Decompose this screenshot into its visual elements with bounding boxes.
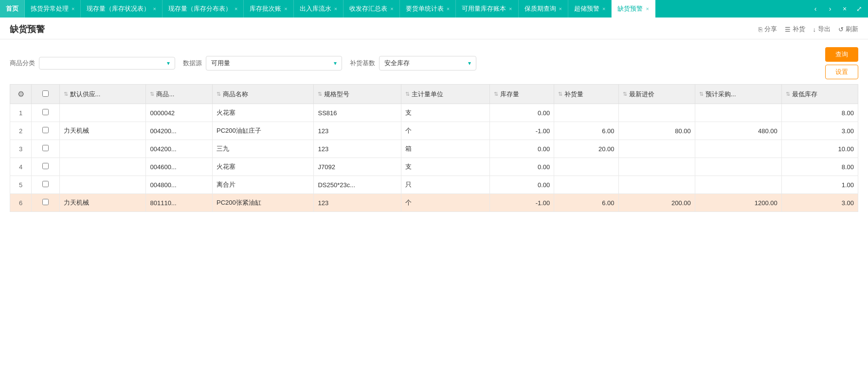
product-name-column-label: 商品名称 <box>223 90 248 99</box>
nav-tab-home-label: 首页 <box>6 4 18 13</box>
latest-price-sort-icon: ⇅ <box>623 91 627 97</box>
row-number-2: 2 <box>10 122 32 140</box>
select-all-checkbox[interactable] <box>42 90 49 97</box>
row-checkbox-3[interactable] <box>42 145 49 151</box>
nav-tab-inventory-dist-close[interactable]: × <box>235 6 237 12</box>
nav-tab-batch-account[interactable]: 库存批次账 × <box>244 0 293 18</box>
nav-tab-inout-flow[interactable]: 出入库流水 × <box>294 0 344 18</box>
nav-tab-order-stats-close[interactable]: × <box>447 6 450 12</box>
share-button[interactable]: ⎘ 分享 <box>759 25 777 34</box>
row-checkbox-cell-5[interactable] <box>32 176 60 194</box>
datasource-select[interactable]: 可用量 ▾ <box>206 56 342 70</box>
row-checkbox-5[interactable] <box>42 181 49 187</box>
table-row: 5 004800... 离合片 DS250*23c... 只 0.00 1.00 <box>10 176 858 194</box>
row-replenish-qty-1 <box>554 104 618 122</box>
nav-next-button[interactable]: › <box>823 2 837 16</box>
spec-column-label: 规格型号 <box>324 90 349 99</box>
row-spec-5: DS250*23c... <box>314 176 401 194</box>
settings-column-header[interactable]: ⚙ <box>10 85 32 104</box>
product-name-column-header[interactable]: ⇅ 商品名称 <box>213 85 314 104</box>
nav-tab-inventory-status[interactable]: 现存量（库存状况表） × <box>81 0 162 18</box>
table-row: 1 0000042 火花塞 SS816 支 0.00 8.00 <box>10 104 858 122</box>
nav-tab-abnormal-close[interactable]: × <box>72 6 74 12</box>
row-est-purchase-6: 1200.00 <box>695 194 781 212</box>
row-supplier-5 <box>59 176 146 194</box>
row-product-code-5: 004800... <box>146 176 213 194</box>
row-checkbox-2[interactable] <box>42 127 49 133</box>
row-spec-3: 123 <box>314 140 401 158</box>
row-min-inventory-2: 3.00 <box>781 122 858 140</box>
export-label: 导出 <box>818 25 831 34</box>
row-supplier-4 <box>59 158 146 176</box>
row-product-name-2: PC200油缸庄子 <box>213 122 314 140</box>
nav-tab-expiry-query-close[interactable]: × <box>559 6 562 12</box>
row-checkbox-1[interactable] <box>42 109 49 115</box>
row-spec-1: SS816 <box>314 104 401 122</box>
replenish-button[interactable]: ☰ 补货 <box>785 25 805 34</box>
row-checkbox-cell-6[interactable] <box>32 194 60 212</box>
replenish-qty-column-header[interactable]: ⇅ 补货量 <box>554 85 618 104</box>
spec-column-header[interactable]: ⇅ 规格型号 <box>314 85 401 104</box>
nav-tab-overstock[interactable]: 超储预警 × <box>568 0 612 18</box>
nav-tab-shortage[interactable]: 缺货预警 × <box>612 0 655 18</box>
nav-tab-inventory-status-close[interactable]: × <box>153 6 156 12</box>
row-checkbox-cell-1[interactable] <box>32 104 60 122</box>
gear-icon[interactable]: ⚙ <box>18 90 24 98</box>
nav-tab-receipt-summary-label: 收发存汇总表 <box>349 4 387 13</box>
nav-tab-inout-flow-close[interactable]: × <box>334 6 337 12</box>
nav-tab-receipt-summary[interactable]: 收发存汇总表 × <box>344 0 399 18</box>
datasource-label: 数据源 <box>183 59 202 68</box>
nav-tab-inventory-dist-label: 现存量（库存分布表） <box>168 4 232 13</box>
inventory-column-header[interactable]: ⇅ 库存量 <box>490 85 554 104</box>
replenish-base-select-value: 安全库存 <box>384 59 410 68</box>
min-inventory-column-header[interactable]: ⇅ 最低库存 <box>781 85 858 104</box>
export-button[interactable]: ↓ 导出 <box>813 25 831 34</box>
category-select[interactable]: ▾ <box>39 57 175 70</box>
nav-tab-available-ledger-close[interactable]: × <box>509 6 512 12</box>
nav-tab-overstock-close[interactable]: × <box>602 6 605 12</box>
nav-tab-order-stats[interactable]: 要货单统计表 × <box>400 0 456 18</box>
row-product-name-5: 离合片 <box>213 176 314 194</box>
nav-tab-expiry-query-label: 保质期查询 <box>524 4 556 13</box>
row-checkbox-cell-4[interactable] <box>32 158 60 176</box>
row-product-name-3: 三九 <box>213 140 314 158</box>
est-purchase-sort-icon: ⇅ <box>699 91 704 97</box>
nav-maximize-button[interactable]: ⤢ <box>852 2 866 16</box>
nav-tab-abnormal[interactable]: 拣货异常处理 × <box>25 0 81 18</box>
nav-tab-receipt-summary-close[interactable]: × <box>390 6 393 12</box>
settings-button[interactable]: 设置 <box>825 65 858 79</box>
category-label: 商品分类 <box>10 59 35 68</box>
row-checkbox-6[interactable] <box>42 199 49 205</box>
product-code-column-header[interactable]: ⇅ 商品... <box>146 85 213 104</box>
checkbox-column-header[interactable] <box>32 85 60 104</box>
nav-tab-expiry-query[interactable]: 保质期查询 × <box>519 0 568 18</box>
data-table: ⚙ ⇅ 默认供应... ⇅ 商品... <box>10 84 858 212</box>
nav-tab-inventory-dist[interactable]: 现存量（库存分布表） × <box>163 0 244 18</box>
query-button[interactable]: 查询 <box>825 47 858 62</box>
row-checkbox-cell-3[interactable] <box>32 140 60 158</box>
latest-price-column-header[interactable]: ⇅ 最新进价 <box>618 85 695 104</box>
product-code-column-label: 商品... <box>156 90 174 99</box>
supplier-column-header[interactable]: ⇅ 默认供应... <box>59 85 146 104</box>
export-icon: ↓ <box>813 26 816 33</box>
nav-tab-batch-account-close[interactable]: × <box>284 6 287 12</box>
nav-prev-button[interactable]: ‹ <box>809 2 822 16</box>
nav-tab-home[interactable]: 首页 <box>0 0 25 18</box>
row-number-5: 5 <box>10 176 32 194</box>
nav-tab-available-ledger-label: 可用量库存账本 <box>462 4 506 13</box>
replenish-base-arrow-icon: ▾ <box>468 60 471 67</box>
nav-tab-shortage-close[interactable]: × <box>646 6 649 12</box>
table-header-row: ⚙ ⇅ 默认供应... ⇅ 商品... <box>10 85 858 104</box>
nav-tab-available-ledger[interactable]: 可用量库存账本 × <box>456 0 518 18</box>
nav-close-button[interactable]: × <box>838 2 851 16</box>
unit-column-header[interactable]: ⇅ 主计量单位 <box>401 85 489 104</box>
refresh-button[interactable]: ↺ 刷新 <box>838 25 858 34</box>
row-spec-2: 123 <box>314 122 401 140</box>
replenish-base-select[interactable]: 安全库存 ▾ <box>379 56 476 70</box>
est-purchase-column-header[interactable]: ⇅ 预计采购... <box>695 85 781 104</box>
replenish-qty-column-label: 补货量 <box>564 90 583 99</box>
row-checkbox-cell-2[interactable] <box>32 122 60 140</box>
unit-column-label: 主计量单位 <box>412 90 443 99</box>
row-checkbox-4[interactable] <box>42 163 49 169</box>
min-inventory-sort-icon: ⇅ <box>786 91 790 97</box>
